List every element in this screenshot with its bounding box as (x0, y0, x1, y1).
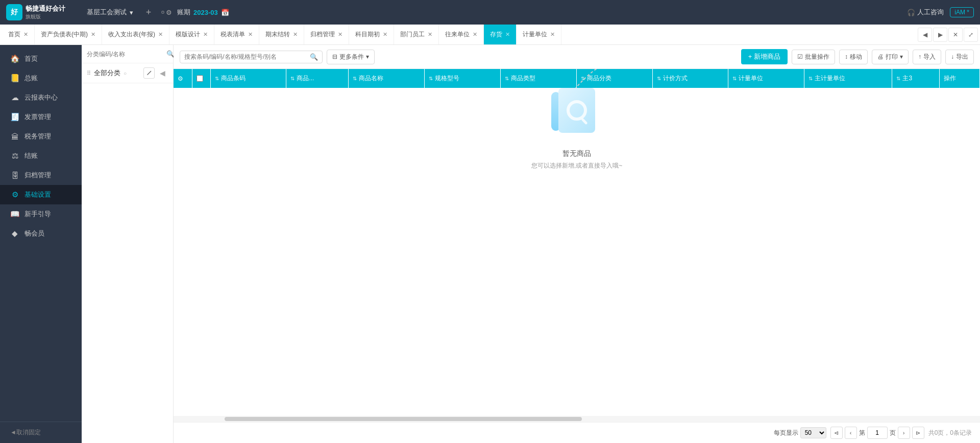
sidebar-item-reports[interactable]: ☁ 云报表中心 (0, 88, 82, 107)
page-number-input[interactable] (867, 427, 888, 439)
tab-close[interactable]: ✕ (550, 31, 555, 38)
gear-icon: ⚙ (10, 190, 19, 199)
sidebar-item-ledger[interactable]: 📒 总账 (0, 68, 82, 88)
th-main-unit[interactable]: ⇅ 主计量单位 (804, 69, 892, 88)
consult-button[interactable]: 🎧 人工咨询 (907, 8, 944, 17)
print-button[interactable]: 🖨 打印 ▾ (872, 50, 909, 64)
tab-unit[interactable]: 计量单位 ✕ (517, 25, 561, 45)
print-dropdown-icon: ▾ (900, 53, 903, 60)
tab-tax-list[interactable]: 税表清单 ✕ (214, 25, 259, 45)
account-button[interactable]: iAM * (950, 7, 974, 17)
member-icon: ◆ (10, 229, 19, 238)
tab-close[interactable]: ✕ (293, 31, 298, 38)
settings-button[interactable]: ⚙ (160, 6, 172, 18)
tab-homepage[interactable]: 首页 ✕ (2, 25, 35, 45)
panel-collapse-button[interactable]: ◀ (157, 67, 168, 79)
sort-icon: ⇅ (353, 76, 357, 81)
page-size-selector: 每页显示 50 10 20 100 (774, 427, 826, 438)
tab-inventory[interactable]: 存货 ✕ (484, 25, 517, 45)
sidebar-item-archive[interactable]: 🗄 归档管理 (0, 166, 82, 185)
th-settings[interactable]: ⚙ (174, 69, 192, 88)
export-icon: ↓ (951, 53, 954, 60)
first-page-button[interactable]: ⊲ (830, 427, 843, 439)
add-product-button[interactable]: + 新增商品 (741, 49, 788, 64)
th-checkbox[interactable] (192, 69, 210, 88)
th-type[interactable]: ⇅ 商品类型 (500, 69, 576, 88)
th-barcode[interactable]: ⇅ 商品条码 (210, 69, 286, 88)
import-button[interactable]: ↑ 导入 (913, 50, 941, 64)
content-area: 🔍 ⠿ 全部分类 ○ ◀ 🔍 (82, 45, 980, 443)
page-navigation: ⊲ ‹ 第 页 › ⊳ (830, 427, 924, 439)
select-all-checkbox[interactable] (197, 75, 203, 82)
move-icon: ↕ (845, 53, 848, 60)
tab-expand-button[interactable]: ⤢ (964, 28, 978, 42)
last-page-button[interactable]: ⊳ (912, 427, 924, 439)
th-code[interactable]: ⇅ 商品... (286, 69, 349, 88)
sidebar: 🏠 首页 📒 总账 ☁ 云报表中心 🧾 发票管理 🏛 税务管理 ⚖ 结账 (0, 45, 82, 443)
th-unit[interactable]: ⇅ 计量单位 (728, 69, 804, 88)
unpin-button[interactable]: ◄取消固定 (0, 422, 82, 443)
category-search-input[interactable] (87, 51, 163, 58)
sidebar-item-basic-settings[interactable]: ⚙ 基础设置 (0, 185, 82, 204)
main-layout: 🏠 首页 📒 总账 ☁ 云报表中心 🧾 发票管理 🏛 税务管理 ⚖ 结账 (0, 45, 980, 443)
tab-subject-initial[interactable]: 科目期初 ✕ (349, 25, 394, 45)
next-page-button[interactable]: › (898, 427, 910, 439)
tab-template-design[interactable]: 模版设计 ✕ (169, 25, 214, 45)
tab-department-staff[interactable]: 部门员工 ✕ (394, 25, 439, 45)
logo-area: 好 畅捷通好会计 旗舰版 (6, 4, 78, 20)
category-tag: ○ (124, 71, 127, 76)
tab-close[interactable]: ✕ (473, 31, 477, 38)
tab-bar: 首页 ✕ 资产负债表(中期) ✕ 收入支出表(年报) ✕ 模版设计 ✕ 税表清单… (0, 25, 980, 45)
category-edit-button[interactable] (143, 67, 155, 79)
horizontal-scrollbar[interactable] (174, 416, 980, 422)
export-button[interactable]: ↓ 导出 (945, 50, 974, 64)
move-button[interactable]: ↕ 移动 (839, 50, 868, 64)
more-filter-button[interactable]: ⊟ 更多条件 ▾ (327, 50, 375, 64)
tab-close[interactable]: ✕ (91, 31, 95, 38)
sidebar-item-invoice[interactable]: 🧾 发票管理 (0, 107, 82, 127)
th-spec[interactable]: ⇅ 规格型号 (425, 69, 501, 88)
toolbar: 🔍 ⊟ 更多条件 ▾ + 新增商品 ☑ 批量操作 ↕ 移动 (174, 45, 980, 69)
company-selector[interactable]: 基层工会测试 ▾ (83, 6, 137, 19)
tab-next-button[interactable]: ▶ (933, 28, 947, 42)
prev-page-button[interactable]: ‹ (845, 427, 857, 439)
tab-close[interactable]: ✕ (428, 31, 432, 38)
tab-archive[interactable]: 归档管理 ✕ (304, 25, 349, 45)
tab-close[interactable]: ✕ (338, 31, 342, 38)
th-name[interactable]: ⇅ 商品名称 (349, 69, 425, 88)
tab-close[interactable]: ✕ (248, 31, 253, 38)
tab-close[interactable]: ✕ (158, 31, 163, 38)
sidebar-item-closing[interactable]: ⚖ 结账 (0, 146, 82, 166)
sidebar-item-home[interactable]: 🏠 首页 (0, 49, 82, 68)
tab-balance-sheet[interactable]: 资产负债表(中期) ✕ (35, 25, 102, 45)
category-search-box: 🔍 (82, 45, 173, 63)
sidebar-item-member[interactable]: ◆ 畅会员 (0, 224, 82, 243)
th-price-method[interactable]: ⇅ 计价方式 (652, 69, 728, 88)
tab-income-statement[interactable]: 收入支出表(年报) ✕ (102, 25, 169, 45)
empty-state: 暂无商品 您可以选择新增,或者直接导入哦~ (174, 88, 980, 170)
sidebar-item-tax[interactable]: 🏛 税务管理 (0, 127, 82, 146)
product-search-input[interactable] (184, 53, 307, 60)
page-size-select[interactable]: 50 10 20 100 (800, 427, 826, 438)
sort-icon: ⇅ (808, 76, 813, 81)
period-info: 账期 2023-03 📅 (177, 8, 229, 17)
batch-icon: ☑ (797, 53, 803, 60)
tab-close[interactable]: ✕ (203, 31, 208, 38)
tab-period-transfer[interactable]: 期末结转 ✕ (259, 25, 304, 45)
add-tab-button[interactable]: + (142, 6, 155, 18)
search-icon[interactable]: 🔍 (310, 53, 318, 61)
calendar-icon[interactable]: 📅 (221, 9, 229, 16)
th-col3[interactable]: ⇅ 主3 (892, 69, 939, 88)
tab-contacts[interactable]: 往来单位 ✕ (439, 25, 484, 45)
tab-prev-button[interactable]: ◀ (918, 28, 932, 42)
tab-close[interactable]: ✕ (505, 31, 510, 38)
batch-button[interactable]: ☑ 批量操作 (792, 50, 835, 64)
print-icon: 🖨 (877, 53, 884, 60)
scroll-thumb[interactable] (225, 417, 582, 421)
tax-icon: 🏛 (10, 132, 19, 141)
header-right: 🎧 人工咨询 iAM * (907, 7, 974, 17)
tab-close[interactable]: ✕ (23, 31, 28, 38)
tab-close-all-button[interactable]: ✕ (948, 28, 963, 42)
tab-close[interactable]: ✕ (383, 31, 387, 38)
sidebar-item-guide[interactable]: 📖 新手引导 (0, 204, 82, 224)
